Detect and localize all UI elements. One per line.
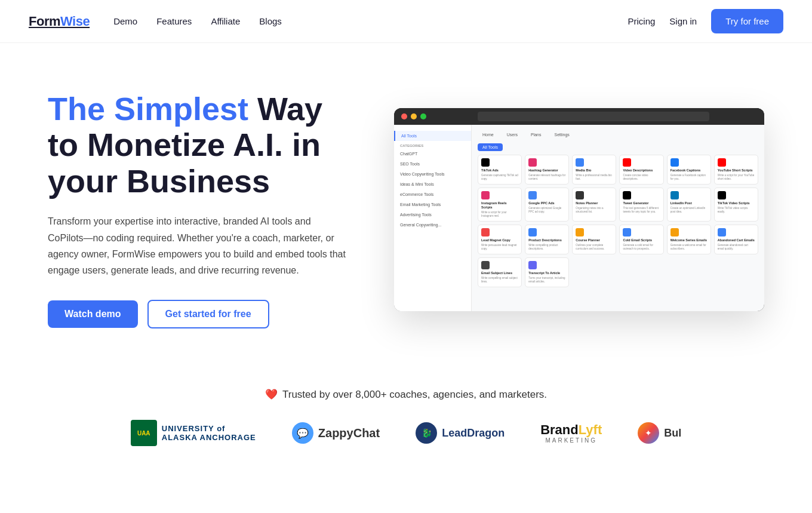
mockup-url-bar [478,112,709,121]
sidebar-video: Video Copywriting Tools [394,169,471,179]
tool-card: Course Planner Outlines your complete cu… [572,225,616,254]
nav-affiliate[interactable]: Affiliate [211,16,240,26]
trusted-label: Trusted by over 8,000+ coaches, agencies… [282,389,547,401]
logo-wise: Wise [60,14,90,29]
hero-section: The Simplest Way to Monetize A.I. in you… [0,43,812,364]
mockup-tabs: Home Users Plans Settings [478,131,574,139]
mockup-sidebar: All Tools Categories ChatGPT SEO Tools V… [394,125,472,311]
trusted-section: ❤️ Trusted by over 8,000+ coaches, agenc… [0,364,812,464]
logo[interactable]: FormWise [29,14,90,29]
get-started-button[interactable]: Get started for free [147,300,269,328]
zappy-name: ZappyChat [318,426,380,440]
tool-card: Facebook Captions Generate a Facebook ca… [667,155,711,185]
tool-card: Lead Magnet Copy Write persuasive lead m… [478,225,522,254]
window-min-dot [411,113,417,119]
mockup-content: Home Users Plans Settings All Tools TikT… [472,125,764,311]
tool-card: YouTube Short Scripts Write a script for… [714,155,758,185]
tool-card: Tweet Generator This tool generates 5 di… [619,188,663,222]
tool-card: Transcript To Article Turns your transcr… [525,257,569,287]
lead-logo: 🐉 LeadDragon [416,422,505,444]
lead-name: LeadDragon [442,427,505,440]
trusted-text: ❤️ Trusted by over 8,000+ coaches, agenc… [48,388,764,401]
uaa-badge: UAA [131,420,157,446]
sidebar-seo: SEO Tools [394,159,471,169]
zappy-logo: 💬 ZappyChat [292,422,380,444]
watch-demo-button[interactable]: Watch demo [48,300,138,328]
partial-name: Bul [664,427,681,440]
sidebar-ecom: eCommerce Tools [394,189,471,199]
nav-blogs[interactable]: Blogs [259,16,282,26]
tool-card: Video Descriptions Create concise video … [619,155,663,185]
tool-card: Instagram Reels Scripts Write a script f… [478,188,522,222]
mockup-top-bar: Home Users Plans Settings [478,131,758,139]
tab-settings: Settings [549,131,574,139]
sidebar-ideas: Ideas & Mini Tools [394,179,471,189]
hero-buttons: Watch demo Get started for free [48,300,346,328]
nav-pricing[interactable]: Pricing [628,16,655,26]
window-close-dot [401,113,407,119]
hero-image: All Tools Categories ChatGPT SEO Tools V… [370,108,764,311]
sidebar-general: General Copywriting... [394,220,471,230]
nav-demo[interactable]: Demo [113,16,137,26]
tool-card: Hashtag Generator Generate relevant hash… [525,155,569,185]
hero-text: The Simplest Way to Monetize A.I. in you… [48,91,346,328]
tool-card: Abandoned Cart Emails Generate abandoned… [714,225,758,254]
tab-home: Home [478,131,499,139]
trusted-icon: ❤️ [265,388,278,401]
hero-title-blue: The Simplest [48,91,248,127]
window-max-dot [420,113,426,119]
uaa-logo: UAA UNIVERSITY of ALASKA ANCHORAGE [131,420,256,446]
tool-card: Media Bio Write a professional media bio… [572,155,616,185]
sidebar-ads: Advertising Tools [394,210,471,220]
brand-main: BrandLyft [540,423,602,437]
mockup-subtabs: All Tools [478,143,758,151]
tools-grid: TikTok Ads Generate captivating TikTok a… [478,155,758,287]
tab-plans: Plans [526,131,546,139]
nav-try-button[interactable]: Try for free [711,9,783,33]
tool-card: Email Subject Lines Write compelling ema… [478,257,522,287]
nav-links: Demo Features Affiliate Blogs [113,16,282,27]
nav-signin[interactable]: Sign in [669,16,697,26]
tool-card: TikTok Video Scripts Write TikTok video … [714,188,758,222]
dashboard-mockup: All Tools Categories ChatGPT SEO Tools V… [394,108,764,311]
tool-card: Product Descriptions Write compelling pr… [525,225,569,254]
mockup-titlebar [394,108,764,125]
logo-form: Form [29,14,60,29]
tab-users: Users [502,131,522,139]
tool-card: Google PPC Ads Generate optimized Google… [525,188,569,222]
sidebar-email: Email Marketing Tools [394,199,471,210]
nav-features[interactable]: Features [156,16,192,26]
lead-icon: 🐉 [416,422,437,444]
subtab-all-tools: All Tools [478,143,503,151]
mockup-body: All Tools Categories ChatGPT SEO Tools V… [394,125,764,311]
uaa-main-2: ALASKA ANCHORAGE [162,433,256,443]
brand-logo: BrandLyft Marketing [540,423,602,444]
nav-right: Pricing Sign in Try for free [628,9,783,33]
tool-card: TikTok Ads Generate captivating TikTok a… [478,155,522,185]
tool-card: Notes Planner Organizing notes into a st… [572,188,616,222]
sidebar-group: Categories [394,141,471,149]
hero-description: Transform your expertise into interactiv… [48,213,346,278]
zappy-icon: 💬 [292,422,313,444]
tool-card: Cold Email Scripts Generate a cold email… [619,225,663,254]
partial-icon: ✦ [638,422,659,444]
sidebar-all-tools: All Tools [394,131,471,141]
brand-sub: Marketing [540,437,602,444]
sidebar-chatgpt: ChatGPT [394,149,471,159]
navbar: FormWise Demo Features Affiliate Blogs P… [0,0,812,43]
uaa-text: UNIVERSITY of ALASKA ANCHORAGE [162,424,256,443]
tool-card: Welcome Series Emails Generate a welcome… [667,225,711,254]
nav-left: FormWise Demo Features Affiliate Blogs [29,14,282,29]
uaa-main: UNIVERSITY of [162,424,256,434]
logos-row: UAA UNIVERSITY of ALASKA ANCHORAGE 💬 Zap… [48,420,764,446]
hero-title: The Simplest Way to Monetize A.I. in you… [48,91,346,199]
partial-logo: ✦ Bul [638,422,681,444]
tool-card: LinkedIn Post Create an optimized Linked… [667,188,711,222]
